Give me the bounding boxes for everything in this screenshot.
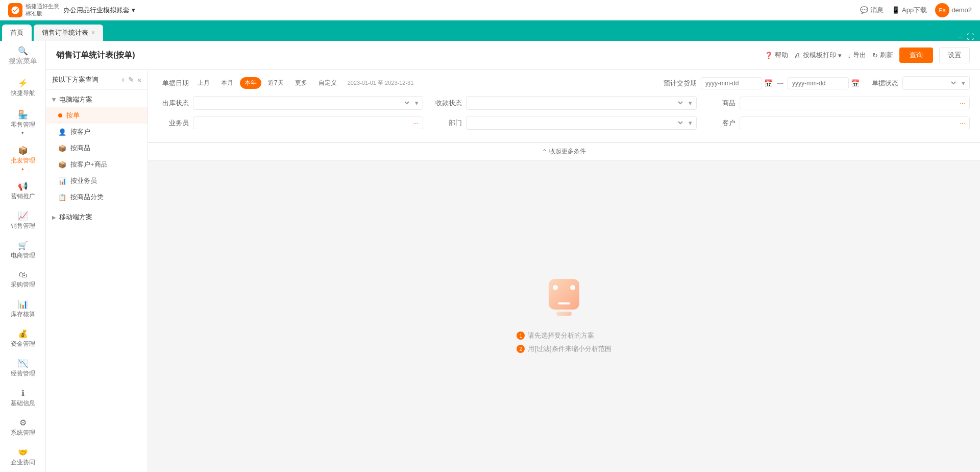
print-dropdown-icon[interactable]: ▾ (838, 52, 842, 59)
filter-date-group: 单据日期 上月 本月 本年 近7天 更多 自定义 2023-01-01 至 20… (158, 77, 413, 89)
expected-date-to-input[interactable] (788, 77, 849, 89)
scheme-item-by-customer-goods[interactable]: 📦 按客户+商品 (46, 156, 148, 173)
sidebar-item-wholesale[interactable]: 📦 批发管理 ▴ (0, 140, 45, 176)
date-btn-this-month[interactable]: 本月 (216, 77, 238, 89)
ship-status-select-wrap: ▾ (193, 96, 423, 110)
logo-area: 畅捷通好生意 标准版 (8, 3, 59, 17)
inventory-icon: 📊 (18, 299, 28, 309)
date-to-wrap: 📅 (788, 77, 860, 89)
department-label: 部门 (431, 119, 462, 128)
customer-goods-scheme-icon: 📦 (58, 161, 66, 169)
category-scheme-icon: 📋 (58, 194, 66, 201)
department-dropdown-icon[interactable]: ▾ (684, 119, 696, 127)
scheme-add-button[interactable]: + (121, 76, 125, 84)
purchase-icon: 🛍 (19, 270, 27, 279)
filter-ship-status-col: 出库状态 ▾ (158, 96, 423, 110)
empty-tips: 1 请先选择要分析的方案 2 用[过滤]条件来缩小分析范围 (517, 331, 611, 353)
finance-icon: 💰 (18, 329, 28, 339)
sales-icon: 📈 (18, 211, 28, 221)
calendar-icon-to[interactable]: 📅 (851, 79, 860, 87)
top-bar-left: 畅捷通好生意 标准版 办公用品行业模拟账套 ▾ (8, 3, 135, 17)
setting-button[interactable]: 设置 (939, 47, 970, 63)
sidebar-item-enterprise[interactable]: 🤝 企业协同 (0, 442, 45, 472)
filter-bill-status-group: 单据状态 ▾ (868, 76, 970, 90)
sidebar-item-ecommerce[interactable]: 🛒 电商管理 (0, 235, 45, 265)
scheme-group-mobile-header[interactable]: ▶ 移动端方案 (46, 209, 148, 225)
scheme-panel-actions: + ✎ « (121, 76, 141, 84)
scheme-item-by-goods[interactable]: 📦 按商品 (46, 140, 148, 156)
date-btn-last-month[interactable]: 上月 (193, 77, 214, 89)
sidebar-item-quick-nav[interactable]: ⚡ 快捷导航 (0, 73, 45, 103)
logo-text: 畅捷通好生意 标准版 (26, 3, 59, 16)
expected-date-from-input[interactable] (701, 77, 762, 89)
tab-close-icon[interactable]: × (91, 29, 95, 36)
scheme-edit-button[interactable]: ✎ (128, 76, 134, 84)
scheme-item-by-category[interactable]: 📋 按商品分类 (46, 189, 148, 205)
scheme-group-pc-header[interactable]: ▶ 电脑端方案 (46, 92, 148, 107)
customer-more-icon[interactable]: ··· (955, 119, 969, 127)
salesman-input[interactable] (193, 117, 409, 129)
scheme-item-by-customer[interactable]: 👤 按客户 (46, 124, 148, 140)
customer-scheme-icon: 👤 (58, 128, 66, 136)
refresh-icon: ↻ (872, 52, 878, 59)
help-button[interactable]: ❓ 帮助 (765, 51, 788, 60)
sidebar-item-inventory[interactable]: 📊 库存核算 (0, 294, 45, 324)
active-dot-icon (58, 113, 62, 117)
sidebar-item-finance[interactable]: 💰 资金管理 (0, 324, 45, 353)
user-menu[interactable]: Ea demo2 (935, 3, 972, 17)
empty-illustration (538, 279, 590, 325)
date-btn-custom[interactable]: 自定义 (314, 77, 341, 89)
sidebar-item-search[interactable]: 🔍 搜索菜单 (0, 41, 45, 71)
top-bar: 畅捷通好生意 标准版 办公用品行业模拟账套 ▾ 💬 消息 📱 App下载 Ea … (0, 0, 980, 20)
collapse-bar[interactable]: ⌃ 收起更多条件 (148, 143, 980, 160)
collapse-button[interactable]: ⌃ 收起更多条件 (542, 147, 586, 156)
main-layout: 🔍 搜索菜单 ⚡ 快捷导航 🏪 零售管理 ▾ 📦 批发管理 ▴ 📢 营销推广 📈… (0, 41, 980, 472)
tab-home[interactable]: 首页 (2, 25, 32, 41)
date-btn-more[interactable]: 更多 (290, 77, 312, 89)
department-select[interactable] (467, 116, 684, 129)
message-button[interactable]: 💬 消息 (860, 6, 884, 15)
export-icon: ↓ (848, 52, 851, 59)
page-actions: ❓ 帮助 🖨 按模板打印 ▾ ↓ 导出 ↻ 刷新 查询 设置 (765, 47, 970, 69)
tab-sales-order-stats[interactable]: 销售订单统计表 × (34, 25, 103, 41)
scheme-item-by-salesman[interactable]: 📊 按业务员 (46, 173, 148, 189)
wholesale-icon: 📦 (18, 146, 28, 155)
app-download-button[interactable]: 📱 App下载 (892, 6, 927, 15)
maximize-icon[interactable]: ⛶ (967, 33, 974, 41)
salesman-more-icon[interactable]: ··· (409, 119, 423, 127)
sidebar-item-retail[interactable]: 🏪 零售管理 ▾ (0, 105, 45, 140)
content-area: 销售订单统计表(按单) ❓ 帮助 🖨 按模板打印 ▾ ↓ 导出 ↻ 刷新 (46, 41, 980, 472)
customer-input[interactable] (740, 117, 955, 129)
company-selector[interactable]: 办公用品行业模拟账套 ▾ (63, 6, 135, 15)
calendar-icon-from[interactable]: 📅 (764, 79, 773, 87)
receive-status-dropdown-icon[interactable]: ▾ (684, 99, 696, 107)
print-button[interactable]: 🖨 按模板打印 ▾ (794, 51, 842, 60)
system-icon: ⚙ (19, 418, 27, 428)
department-select-wrap: ▾ (466, 116, 696, 130)
bill-status-dropdown-icon[interactable]: ▾ (958, 79, 969, 87)
sidebar-item-purchase[interactable]: 🛍 采购管理 (0, 265, 45, 294)
export-button[interactable]: ↓ 导出 (848, 51, 867, 60)
data-area: 1 请先选择要分析的方案 2 用[过滤]条件来缩小分析范围 (148, 160, 980, 472)
ship-status-select[interactable] (193, 97, 411, 109)
scheme-item-by-order[interactable]: 按单 (46, 107, 148, 124)
sidebar-item-system[interactable]: ⚙ 系统管理 (0, 413, 45, 442)
goods-input[interactable] (740, 97, 955, 109)
filter-receive-status-col: 收款状态 ▾ (431, 96, 696, 110)
ship-status-dropdown-icon[interactable]: ▾ (411, 99, 423, 107)
sidebar-item-basic-info[interactable]: ℹ 基础信息 (0, 383, 45, 413)
query-button[interactable]: 查询 (899, 48, 933, 63)
date-btn-7days[interactable]: 近7天 (263, 77, 288, 89)
sidebar-item-operations[interactable]: 📉 经营管理 (0, 353, 45, 383)
sidebar-item-sales[interactable]: 📈 销售管理 (0, 206, 45, 235)
receive-status-select[interactable] (467, 97, 684, 109)
right-content: 单据日期 上月 本月 本年 近7天 更多 自定义 2023-01-01 至 20… (148, 70, 980, 472)
sidebar-item-marketing[interactable]: 📢 营销推广 (0, 176, 45, 206)
date-btn-this-year[interactable]: 本年 (240, 77, 261, 89)
scheme-collapse-button[interactable]: « (137, 76, 141, 84)
bill-status-select[interactable] (903, 77, 958, 89)
refresh-button[interactable]: ↻ 刷新 (872, 51, 893, 60)
goods-more-icon[interactable]: ··· (955, 99, 969, 107)
filter-row-3: 业务员 ··· 部门 (158, 116, 970, 130)
minimize-icon[interactable]: ─ (958, 33, 963, 41)
